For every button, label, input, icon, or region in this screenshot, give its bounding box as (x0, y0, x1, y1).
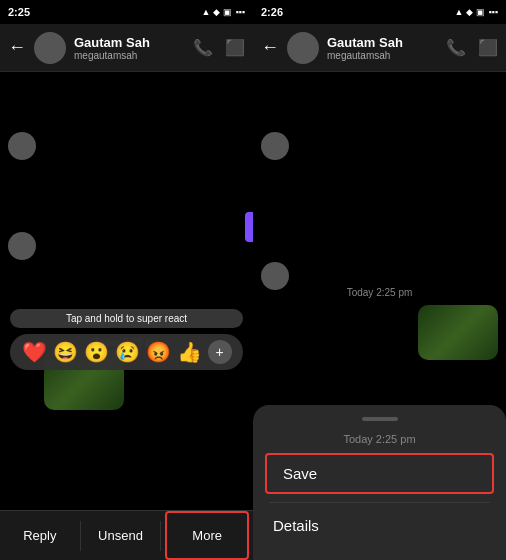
reply-button[interactable]: Reply (0, 511, 80, 560)
left-top-bar-icons: 📞 ⬛ (193, 38, 245, 57)
left-screen: 2:25 ▲ ◆ ▣ ▪▪▪ ← Gautam Sah megautamsah … (0, 0, 253, 560)
left-contact-info: Gautam Sah megautamsah (74, 35, 185, 61)
right-video-icon[interactable]: ⬛ (478, 38, 498, 57)
left-video-icon[interactable]: ⬛ (225, 38, 245, 57)
right-back-button[interactable]: ← (261, 37, 279, 58)
left-back-button[interactable]: ← (8, 37, 26, 58)
right-call-icon[interactable]: 📞 (446, 38, 466, 57)
right-chat-area: Today 2:25 pm Today 2:25 pm Save Details (253, 72, 506, 560)
emoji-laugh[interactable]: 😆 (53, 340, 78, 364)
bottom-sheet: Today 2:25 pm Save Details (253, 405, 506, 560)
sheet-handle (362, 417, 398, 421)
add-reaction-button[interactable]: + (208, 340, 232, 364)
left-avatar-msg-top (8, 132, 36, 160)
unsend-button[interactable]: Unsend (81, 511, 161, 560)
left-avatar (34, 32, 66, 64)
purple-accent (245, 212, 253, 242)
left-top-bar: ← Gautam Sah megautamsah 📞 ⬛ (0, 24, 253, 72)
right-screen: 2:26 ▲ ◆ ▣ ▪▪▪ ← Gautam Sah megautamsah … (253, 0, 506, 560)
divider-2 (160, 521, 161, 551)
sheet-timestamp: Today 2:25 pm (253, 433, 506, 445)
reaction-popup: Tap and hold to super react ❤️ 😆 😮 😢 😡 👍… (10, 309, 243, 370)
emoji-row[interactable]: ❤️ 😆 😮 😢 😡 👍 + (10, 334, 243, 370)
right-contact-username: megautamsah (327, 50, 438, 61)
emoji-thumbsup[interactable]: 👍 (177, 340, 202, 364)
left-status-bar: 2:25 ▲ ◆ ▣ ▪▪▪ (0, 0, 253, 24)
left-avatar-msg-mid (8, 232, 36, 260)
right-message-image (418, 305, 498, 360)
left-contact-name: Gautam Sah (74, 35, 185, 50)
left-call-icon[interactable]: 📞 (193, 38, 213, 57)
right-status-bar: 2:26 ▲ ◆ ▣ ▪▪▪ (253, 0, 506, 24)
right-time: 2:26 (261, 6, 283, 18)
right-avatar-msg-top (261, 132, 289, 160)
left-time: 2:25 (8, 6, 30, 18)
left-contact-username: megautamsah (74, 50, 185, 61)
emoji-wow[interactable]: 😮 (84, 340, 109, 364)
right-avatar (287, 32, 319, 64)
left-status-icons: ▲ ◆ ▣ ▪▪▪ (202, 7, 246, 17)
emoji-angry[interactable]: 😡 (146, 340, 171, 364)
right-top-bar-icons: 📞 ⬛ (446, 38, 498, 57)
bottom-actions-bar: Reply Unsend More (0, 510, 253, 560)
tap-hold-label: Tap and hold to super react (10, 309, 243, 328)
emoji-sad[interactable]: 😢 (115, 340, 140, 364)
right-status-icons: ▲ ◆ ▣ ▪▪▪ (455, 7, 499, 17)
more-button[interactable]: More (165, 511, 249, 560)
left-chat-area: Today 2:25 pm Tap and hold to super reac… (0, 72, 253, 510)
details-button[interactable]: Details (253, 503, 506, 548)
right-avatar-msg-mid (261, 262, 289, 290)
right-contact-name: Gautam Sah (327, 35, 438, 50)
right-timestamp-chat: Today 2:25 pm (253, 287, 506, 298)
right-message-image-container (418, 305, 498, 360)
right-contact-info: Gautam Sah megautamsah (327, 35, 438, 61)
save-button[interactable]: Save (265, 453, 494, 494)
right-top-bar: ← Gautam Sah megautamsah 📞 ⬛ (253, 24, 506, 72)
emoji-heart[interactable]: ❤️ (22, 340, 47, 364)
